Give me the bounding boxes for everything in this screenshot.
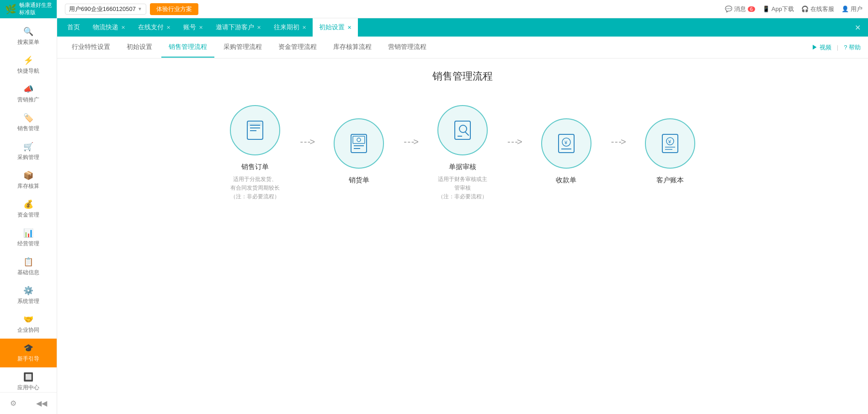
nav-tab-logistics[interactable]: 物流快递✕ (86, 18, 132, 37)
sub-tab-inventory_flow[interactable]: 库存核算流程 (326, 37, 379, 58)
sidebar-item-operations[interactable]: 📊经营管理 (0, 223, 57, 252)
video-help-button[interactable]: ▶ 视频 (812, 43, 831, 52)
nav-tab-account[interactable]: 账号✕ (177, 18, 209, 37)
avatar-icon: 👤 (841, 5, 849, 12)
nav-tab-period[interactable]: 往来期初✕ (267, 18, 313, 37)
enterprise_collab-icon: 🤝 (23, 314, 33, 324)
sub-tab-sales_flow[interactable]: 销售管理流程 (161, 37, 214, 58)
page-body: 销售管理流程 销售订单 适用于分批发货、有合同发货周期较长（注：非必要流程） -… (57, 58, 868, 212)
svg-rect-10 (455, 121, 470, 139)
messages-button[interactable]: 💬 消息 6 (725, 5, 755, 13)
sidebar-item-label: 采购管理 (17, 154, 39, 161)
nav-tab-close-icon[interactable]: ✕ (347, 25, 351, 31)
flow-step-doc_review[interactable]: 单据审核 适用于财务审核或主管审核（注：非必要流程） (421, 105, 504, 202)
nav-tab-label: 初始设置 (319, 23, 345, 32)
flow-step-name: 销货单 (349, 176, 369, 185)
sub-tab-init_setup[interactable]: 初始设置 (119, 37, 160, 58)
sidebar-item-label: 营销推广 (17, 96, 39, 104)
flow-step-sales_invoice[interactable]: 销货单 (318, 118, 400, 188)
svg-line-12 (465, 132, 469, 135)
sidebar-item-label: 搜索菜单 (17, 38, 39, 46)
sidebar-item-quicknav[interactable]: ⚡快捷导航 (0, 51, 57, 80)
message-badge: 6 (748, 6, 755, 12)
sidebar-item-finance[interactable]: 💰资金管理 (0, 195, 57, 223)
sidebar-item-sys_mgmt[interactable]: ⚙️系统管理 (0, 281, 57, 310)
sidebar: 🌿 畅康通好生意 标准版 🔍搜索菜单⚡快捷导航📣营销推广🏷️销售管理🛒采购管理📦… (0, 0, 57, 414)
flow-circle-sales_invoice (334, 118, 384, 169)
top-bar-left: 用户690企业1660120507 ▼ 体验行业方案 (65, 3, 198, 15)
sub-tab-industry[interactable]: 行业特性设置 (64, 37, 117, 58)
sidebar-bottom: ⚙ ◀◀ (0, 392, 57, 414)
svg-point-9 (357, 138, 361, 142)
online-service-button[interactable]: 🎧 在线客服 (801, 5, 834, 13)
sidebar-item-inventory[interactable]: 📦库存核算 (0, 166, 57, 195)
sales_mgmt-icon: 🏷️ (23, 113, 33, 123)
collapse-icon[interactable]: ◀◀ (33, 396, 50, 410)
sidebar-item-label: 基础信息 (17, 269, 39, 276)
top-bar: 用户690企业1660120507 ▼ 体验行业方案 💬 消息 6 📱 App下… (0, 0, 868, 18)
main-content: 行业特性设置初始设置销售管理流程采购管理流程资金管理流程库存核算流程营销管理流程… (57, 37, 868, 414)
flow-arrow: - - -> (300, 137, 314, 170)
sidebar-item-marketing_promo[interactable]: 📣营销推广 (0, 80, 57, 108)
nav-tab-close-icon[interactable]: ✕ (257, 25, 261, 31)
flow-circle-receipt: ¥ (541, 118, 591, 169)
logo-text: 畅康通好生意 标准版 (19, 2, 52, 16)
sidebar-item-newbie[interactable]: 🎓新手引导 (0, 339, 57, 367)
sidebar-item-label: 经营管理 (17, 240, 39, 248)
nav-tab-label: 在线支付 (138, 23, 164, 32)
sidebar-item-app_center[interactable]: 🔲应用中心 (0, 367, 57, 392)
marketing_promo-icon: 📣 (23, 84, 33, 94)
sidebar-item-base_info[interactable]: 📋基础信息 (0, 252, 57, 281)
flow-step-receipt[interactable]: ¥ 收款单 (525, 118, 607, 188)
flow-step-customer_ledger[interactable]: ¥ 客户账本 (629, 118, 711, 188)
svg-rect-4 (248, 122, 262, 126)
logo-icon: 🌿 (5, 4, 16, 15)
nav-tab-home[interactable]: 首页 (61, 18, 86, 37)
sub-tabs-right: ▶ 视频 | ? 帮助 (812, 43, 861, 52)
sidebar-item-sales_mgmt[interactable]: 🏷️销售管理 (0, 108, 57, 137)
flow-step-sales_order[interactable]: 销售订单 适用于分批发货、有合同发货周期较长（注：非必要流程） (214, 105, 296, 202)
sidebar-item-search[interactable]: 🔍搜索菜单 (0, 22, 57, 51)
search-icon: 🔍 (23, 27, 33, 37)
nav-tab-close-icon[interactable]: ✕ (199, 25, 203, 31)
sidebar-item-label: 企业协同 (17, 326, 39, 334)
flow-step-desc: 适用于财务审核或主管审核（注：非必要流程） (438, 175, 487, 202)
sidebar-item-label: 新手引导 (17, 355, 39, 363)
sidebar-item-label: 应用中心 (17, 384, 39, 392)
help-button[interactable]: ? 帮助 (844, 43, 861, 52)
user-menu-button[interactable]: 👤 用户 (841, 5, 863, 13)
nav-tab-label: 往来期初 (274, 23, 299, 32)
flow-step-name: 单据审核 (449, 163, 476, 171)
user-selector[interactable]: 用户690企业1660120507 ▼ (65, 4, 146, 15)
nav-tab-close-icon[interactable]: ✕ (302, 25, 306, 31)
settings-icon[interactable]: ⚙ (7, 396, 19, 410)
nav-tab-label: 物流快递 (93, 23, 118, 32)
sys_mgmt-icon: ⚙️ (23, 286, 33, 296)
base_info-icon: 📋 (23, 257, 33, 267)
nav-close-button[interactable]: ✕ (851, 23, 864, 32)
nav-tab-label: 账号 (183, 23, 196, 32)
page-title: 销售管理流程 (72, 69, 853, 83)
nav-tab-invite[interactable]: 邀请下游客户✕ (209, 18, 267, 37)
nav-tab-payment[interactable]: 在线支付✕ (132, 18, 177, 37)
flow-circle-customer_ledger: ¥ (645, 118, 695, 169)
sidebar-menu: 🔍搜索菜单⚡快捷导航📣营销推广🏷️销售管理🛒采购管理📦库存核算💰资金管理📊经营管… (0, 18, 57, 392)
nav-tab-init[interactable]: 初始设置✕ (313, 18, 358, 37)
sidebar-item-label: 销售管理 (17, 125, 39, 133)
sub-tab-marketing_flow[interactable]: 营销管理流程 (381, 37, 434, 58)
message-icon: 💬 (725, 5, 732, 12)
nav-tab-close-icon[interactable]: ✕ (121, 25, 125, 31)
sub-tabs: 行业特性设置初始设置销售管理流程采购管理流程资金管理流程库存核算流程营销管理流程… (57, 37, 868, 58)
flow-arrow: - - -> (507, 137, 522, 170)
finance-icon: 💰 (23, 199, 33, 209)
nav-tab-close-icon[interactable]: ✕ (166, 25, 170, 31)
app-download-button[interactable]: 📱 App下载 (762, 5, 794, 13)
sidebar-item-purchase_mgmt[interactable]: 🛒采购管理 (0, 137, 57, 166)
trial-button[interactable]: 体验行业方案 (150, 3, 198, 15)
play-icon: ▶ (812, 44, 818, 51)
flow-step-name: 客户账本 (656, 176, 684, 185)
sidebar-item-enterprise_collab[interactable]: 🤝企业协同 (0, 310, 57, 339)
sub-tab-finance_flow[interactable]: 资金管理流程 (271, 37, 324, 58)
svg-text:¥: ¥ (668, 139, 671, 144)
sub-tab-purchase_flow[interactable]: 采购管理流程 (216, 37, 269, 58)
